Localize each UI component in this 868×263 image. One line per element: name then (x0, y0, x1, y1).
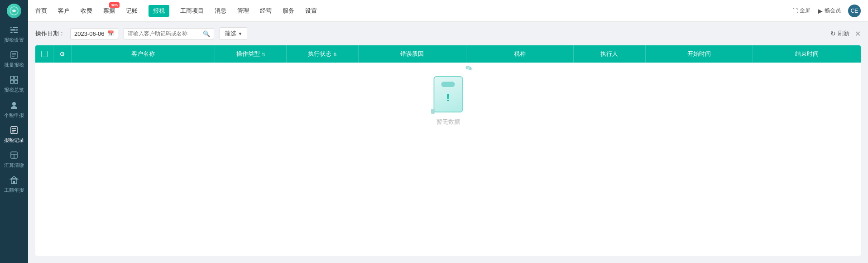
th-start-time: 开始时间 (646, 45, 753, 63)
chevron-down-icon: ▼ (238, 31, 243, 36)
sidebar-item-geshuishenbao[interactable]: 个税申报 (0, 97, 28, 122)
calc-icon (10, 151, 19, 161)
fullscreen-label: 全屏 (800, 7, 810, 15)
stand-left (431, 109, 435, 114)
table-scroll-area: ✏ ! 暂无数据 (35, 63, 861, 256)
top-nav: 首页 客户 收费 票据 new 记账 报税 工商项目 消息 管理 经营 服务 设… (28, 0, 868, 22)
refresh-button[interactable]: ↻ 刷新 (830, 29, 849, 38)
nav-jizhang[interactable]: 记账 (126, 5, 138, 17)
logo-icon (7, 4, 21, 18)
vip-icon: ▶ (818, 7, 823, 15)
new-badge: new (109, 2, 120, 8)
filter-label: 筛选 (225, 29, 236, 38)
calendar-icon: 📅 (107, 30, 114, 37)
svg-point-6 (13, 32, 14, 33)
sidebar-item-label: 报税记录 (4, 137, 24, 143)
table-header: ⚙ 客户名称 操作类型 ⇅ 执行状态 ⇅ 错误股因 税种 (35, 45, 861, 63)
sidebar-item-label: 批量报税 (4, 62, 24, 68)
th-error-reason: 错误股因 (359, 45, 466, 63)
sidebar-item-baoshui-zonglan[interactable]: 报税总览 (0, 72, 28, 97)
main-content: 首页 客户 收费 票据 new 记账 报税 工商项目 消息 管理 经营 服务 设… (28, 0, 868, 263)
nav-shezhi[interactable]: 设置 (305, 5, 317, 17)
date-picker[interactable]: 2023-06-06 📅 (70, 28, 118, 39)
svg-rect-25 (13, 181, 15, 184)
nav-piao[interactable]: 票据 new (103, 5, 115, 17)
building-icon (10, 175, 19, 186)
th-end-time: 结束时间 (753, 45, 861, 63)
svg-point-4 (12, 27, 13, 28)
th-exec-status: 执行状态 ⇅ (287, 45, 358, 63)
nav-home[interactable]: 首页 (35, 5, 47, 17)
nav-jingying[interactable]: 经营 (260, 5, 272, 17)
col-end-label: 结束时间 (795, 50, 819, 58)
clipboard-top (441, 82, 455, 87)
person-icon (10, 101, 19, 111)
toolbar: 操作日期： 2023-06-06 📅 🔍 筛选 ▼ ↻ 刷新 ✕ (28, 22, 868, 45)
col-op-label: 操作类型 (236, 50, 260, 58)
date-value: 2023-06-06 (74, 30, 105, 37)
pencil-icon: ✏ (464, 63, 475, 74)
exclamation-mark: ! (446, 92, 450, 104)
sidebar-item-huisuan-jiaoshu[interactable]: 汇算清缴 (0, 147, 28, 172)
sidebar-item-label: 报税设置 (4, 37, 24, 43)
settings-icon (10, 25, 19, 36)
refresh-label: 刷新 (838, 29, 849, 38)
nav-baoshui[interactable]: 报税 (149, 5, 169, 17)
sidebar-item-gongshang-nianbao[interactable]: 工商年报 (0, 172, 28, 197)
sort-icon-op[interactable]: ⇅ (262, 52, 265, 57)
th-executor: 执行人 (574, 45, 645, 63)
svg-point-5 (15, 29, 17, 31)
sidebar-item-piliang-baoshui[interactable]: 批量报税 (0, 47, 28, 72)
th-op-type: 操作类型 ⇅ (215, 45, 287, 63)
svg-rect-13 (10, 80, 14, 83)
sidebar-item-label: 报税总览 (4, 87, 24, 93)
page-area: 操作日期： 2023-06-06 📅 🔍 筛选 ▼ ↻ 刷新 ✕ (28, 22, 868, 263)
date-label: 操作日期： (35, 29, 65, 38)
nav-gongshang[interactable]: 工商项目 (180, 5, 204, 17)
user-avatar[interactable]: CE (848, 5, 861, 17)
col-client-label: 客户名称 (131, 50, 155, 58)
col-exec-label: 执行状态 (308, 50, 331, 58)
svg-point-15 (12, 102, 16, 106)
sidebar-logo (0, 0, 28, 22)
toolbar-right: ↻ 刷新 ✕ (830, 29, 861, 38)
header-checkbox[interactable] (41, 51, 48, 57)
filter-button[interactable]: 筛选 ▼ (220, 27, 248, 40)
svg-rect-12 (14, 76, 18, 79)
close-button[interactable]: ✕ (855, 29, 861, 38)
nav-fuwu[interactable]: 服务 (283, 5, 294, 17)
col-start-label: 开始时间 (687, 50, 711, 58)
th-checkbox[interactable] (35, 45, 53, 63)
svg-rect-2 (10, 29, 18, 31)
nav-xiaoxi[interactable]: 消息 (215, 5, 226, 17)
settings-col-icon: ⚙ (59, 50, 65, 58)
record-icon (10, 126, 19, 136)
sidebar-item-baoshui-shezhi[interactable]: 报税设置 (0, 22, 28, 47)
sidebar-item-baoshui-jilu[interactable]: 报税记录 (0, 122, 28, 147)
col-tax-label: 税种 (514, 50, 526, 58)
vip-label: 畅会员 (825, 7, 841, 15)
sidebar: 报税设置 批量报税 报税总览 (0, 0, 28, 263)
overview-icon (10, 75, 19, 86)
sidebar-item-label: 汇算清缴 (4, 162, 24, 168)
table-container: ⚙ 客户名称 操作类型 ⇅ 执行状态 ⇅ 错误股因 税种 (35, 45, 861, 256)
search-wrap: 🔍 (124, 28, 214, 39)
refresh-icon: ↻ (830, 30, 836, 37)
search-input[interactable] (128, 30, 200, 37)
th-settings[interactable]: ⚙ (53, 45, 72, 63)
nav-items: 首页 客户 收费 票据 new 记账 报税 工商项目 消息 管理 经营 服务 设… (35, 5, 792, 17)
nav-guanli[interactable]: 管理 (237, 5, 249, 17)
empty-state: ✏ ! 暂无数据 (35, 63, 861, 126)
sort-icon-exec[interactable]: ⇅ (333, 52, 337, 57)
nav-shoufei[interactable]: 收费 (81, 5, 92, 17)
batch-icon (10, 50, 19, 61)
fullscreen-button[interactable]: ⛶ 全屏 (792, 7, 810, 15)
clipboard-body: ! (433, 76, 463, 112)
vip-button[interactable]: ▶ 畅会员 (818, 7, 841, 15)
col-exec-person-label: 执行人 (600, 50, 618, 58)
empty-illustration: ✏ ! (426, 63, 471, 112)
search-icon: 🔍 (203, 30, 210, 37)
nav-client[interactable]: 客户 (58, 5, 70, 17)
svg-rect-3 (10, 32, 18, 33)
empty-text: 暂无数据 (436, 118, 460, 126)
